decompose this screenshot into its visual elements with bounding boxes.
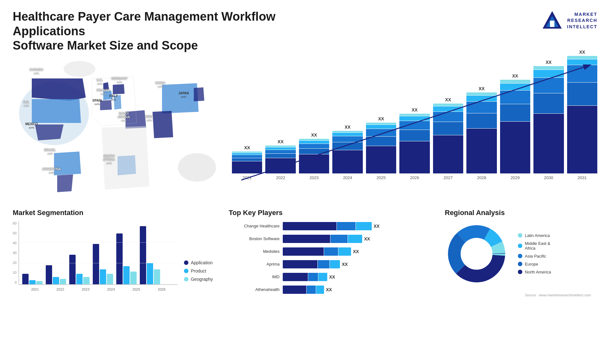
- bar-2025: XX 2025: [366, 116, 396, 180]
- map-label-argentina: ARGENTINAxx%: [42, 167, 61, 174]
- seg-bar-group-2023: [69, 255, 90, 284]
- source-text: Source : www.marketresearchintellect.com: [525, 293, 591, 297]
- bar-label-2026: XX: [412, 107, 418, 112]
- regional-section: Regional Analysis Lati: [438, 209, 597, 298]
- bar-2028: XX 2028: [466, 86, 497, 180]
- company-logo-icon: [541, 10, 563, 32]
- legend-product: Product: [184, 268, 213, 273]
- bar-label-2029: XX: [512, 73, 518, 78]
- bar-2030: XX 2030: [533, 60, 564, 180]
- world-map: CANADAxx% U.S.xx% MEXICOxx% BRAZILxx% AR…: [13, 59, 222, 206]
- player-row-medsites: Medsites XX: [229, 247, 432, 256]
- bar-label-2021: XX: [244, 145, 250, 150]
- player-row-boston: Boston Software XX: [229, 235, 432, 243]
- seg-bar-group-2025: [116, 233, 137, 284]
- player-row-athena: Athenahealth XX: [229, 286, 432, 294]
- bar-label-2028: XX: [479, 86, 485, 91]
- svg-point-12: [461, 238, 492, 270]
- legend-product-label: Product: [191, 268, 206, 273]
- growth-chart-area: XX 2021 XX 2022: [232, 63, 597, 190]
- map-label-us: U.S.xx%: [23, 100, 29, 107]
- bar-label-2022: XX: [278, 139, 284, 144]
- seg-legend: Application Product Geography: [184, 260, 213, 282]
- legend-geography-label: Geography: [191, 277, 213, 282]
- y-label-60: 60: [13, 221, 17, 225]
- map-label-saudi-arabia: SAUDIARABIAxx%: [118, 112, 130, 122]
- key-players-title: Top Key Players: [229, 209, 432, 217]
- segmentation-section: Market Segmentation 0 10 20 30 40 50 60: [13, 209, 222, 298]
- map-label-germany: GERMANYxx%: [111, 77, 127, 84]
- page-title: Healthcare Payer Care Management Workflo…: [13, 10, 299, 53]
- svg-rect-2: [550, 21, 554, 27]
- bar-label-2023: XX: [311, 132, 317, 138]
- seg-bar-group-2022: [46, 265, 66, 284]
- logo-block: MARKET RESEARCH INTELLECT: [541, 10, 597, 32]
- bar-label-2024: XX: [345, 125, 351, 130]
- y-label-30: 30: [13, 251, 17, 255]
- legend-north-america: North America: [518, 270, 551, 274]
- y-label-0: 0: [13, 280, 17, 284]
- bar-2024: XX 2024: [332, 125, 363, 180]
- legend-middle-east-africa: Middle East &Africa: [518, 241, 551, 251]
- legend-application: Application: [184, 260, 213, 265]
- bar-label-2027: XX: [445, 97, 451, 102]
- donut-chart: [445, 222, 508, 286]
- legend-asia-pacific: Asia Pacific: [518, 254, 551, 259]
- bar-2022: XX 2022: [265, 139, 295, 180]
- seg-bar-group-2021: [22, 274, 43, 284]
- map-label-uk: U.K.xx%: [97, 78, 103, 85]
- legend-geography: Geography: [184, 277, 213, 282]
- seg-bar-group-2024: [93, 244, 113, 284]
- map-label-india: INDIAxx%: [145, 115, 153, 122]
- map-label-canada: CANADAxx%: [30, 68, 43, 75]
- bar-2031: XX 2031: [567, 50, 597, 180]
- map-label-spain: SPAINxx%: [92, 99, 102, 106]
- company-logo-text: MARKET RESEARCH INTELLECT: [567, 11, 597, 30]
- bar-label-2025: XX: [378, 116, 384, 121]
- seg-bar-group-2026: [140, 226, 160, 284]
- bar-label-2031: XX: [579, 50, 585, 55]
- player-row-aprima: Aprima XX: [229, 260, 432, 268]
- bar-2026: XX 2026: [399, 107, 430, 180]
- svg-point-4: [178, 153, 216, 182]
- map-label-mexico: MEXICOxx%: [25, 122, 38, 129]
- map-label-south-africa: SOUTHAFRICAxx%: [103, 154, 115, 165]
- page-header: Healthcare Payer Care Management Workflo…: [0, 0, 610, 59]
- y-label-50: 50: [13, 231, 17, 235]
- legend-europe: Europe: [518, 262, 551, 266]
- legend-latin-america: Latin America: [518, 233, 551, 238]
- regional-legend: Latin America Middle East &Africa Asia P…: [518, 233, 551, 274]
- bar-label-2030: XX: [546, 60, 552, 65]
- map-label-china: CHINAxx%: [155, 81, 166, 88]
- y-label-10: 10: [13, 271, 17, 274]
- map-label-france: FRANCExx%: [97, 89, 110, 96]
- player-row-change: Change Healthcare XX: [229, 222, 432, 230]
- key-players-section: Top Key Players Change Healthcare XX Bos…: [222, 209, 438, 298]
- player-row-imd: IMD XX: [229, 273, 432, 281]
- bar-2021: XX 2021: [232, 145, 262, 180]
- bar-2027: XX 2027: [433, 97, 463, 180]
- segmentation-title: Market Segmentation: [13, 209, 213, 217]
- regional-title: Regional Analysis: [445, 209, 591, 217]
- map-label-italy: ITALYxx%: [109, 94, 118, 101]
- y-label-20: 20: [13, 261, 17, 265]
- title-block: Healthcare Payer Care Management Workflo…: [13, 10, 299, 53]
- bar-2023: XX 2023: [299, 132, 329, 180]
- y-label-40: 40: [13, 241, 17, 245]
- map-label-japan: JAPANxx%: [178, 91, 189, 98]
- growth-chart-section: XX 2021 XX 2022: [222, 59, 597, 206]
- svg-point-5: [64, 61, 95, 77]
- bar-2029: XX 2029: [500, 73, 530, 180]
- map-label-brazil: BRAZILxx%: [44, 148, 56, 155]
